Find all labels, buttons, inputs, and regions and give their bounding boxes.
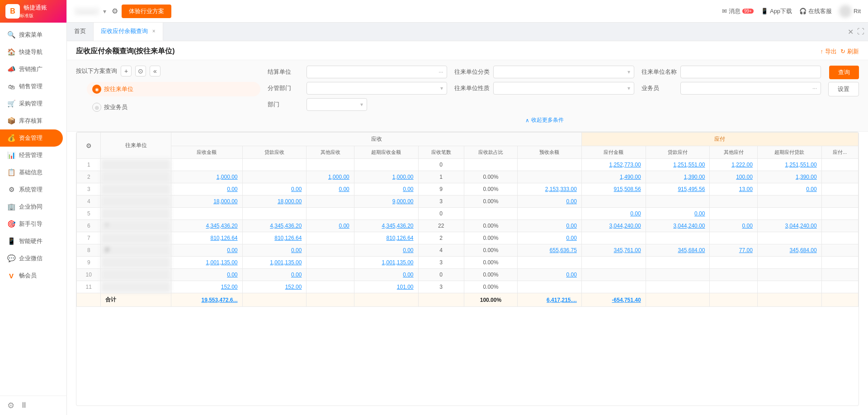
sidebar-collapse-icon[interactable]: ⏸	[20, 401, 28, 410]
footer-ap-total[interactable]: -654,751.40	[581, 293, 646, 307]
sidebar-item-enterprise[interactable]: 🏢 企业协同	[0, 198, 66, 215]
sidebar-item-finance[interactable]: 💰 资金管理	[0, 129, 63, 147]
window-expand-icon[interactable]: ⛶	[857, 28, 864, 36]
sales-icon: 🛍	[7, 82, 15, 91]
table-footer-row: 合计 19,553,472.6... 100.00% 6,417,215....…	[77, 293, 859, 307]
data-table: ⚙ 往来单位 应收 应付 应收金额 贷款应收 其他应收 超期应收金额 应收笔数 …	[76, 132, 859, 307]
sidebar-item-business[interactable]: 📊 经营管理	[0, 147, 66, 164]
main-content: ............ ▾ ⚙ 体验行业方案 ✉ 消息 99+ 📱 App下载…	[67, 0, 868, 415]
query-button[interactable]: 查询	[829, 66, 859, 79]
tab-ar-ap[interactable]: 应收应付余额查询 ×	[94, 23, 163, 41]
sidebar-settings-icon[interactable]: ⚙	[7, 401, 14, 410]
topbar-gear-icon[interactable]: ⚙	[112, 7, 118, 15]
topbar-right: ✉ 消息 99+ 📱 App下载 🎧 在线客服 Rit	[722, 5, 861, 18]
export-button[interactable]: ↑ 导出	[821, 48, 837, 56]
enterprise-icon: 🏢	[7, 203, 15, 211]
filter-collapse-button[interactable]: «	[150, 66, 160, 76]
subnav-by-partner[interactable]: ◉ 按往来单位	[87, 82, 260, 96]
home-icon: 🏠	[7, 48, 15, 56]
username: Rit	[854, 8, 861, 14]
table-row: 8P0.000.000.0040.00%655,636.75345,761.00…	[77, 244, 859, 257]
table-row: 7810,126.64810,126.64810,126.6420.00%0.0…	[77, 232, 859, 244]
sidebar-item-quicknav[interactable]: 🏠 快捷导航	[0, 43, 66, 61]
message-button[interactable]: ✉ 消息 99+	[722, 7, 754, 15]
footer-ar-total[interactable]: 19,553,472.6...	[171, 293, 242, 307]
smarthw-icon: 📱	[7, 237, 15, 245]
col-ar-amount: 应收金额	[171, 146, 242, 159]
sidebar-item-search[interactable]: 🔍 搜索菜单	[0, 26, 66, 43]
search-menu-icon: 🔍	[7, 31, 15, 39]
tab-close-icon[interactable]: ×	[152, 28, 156, 34]
col-ap-amount: 应付金额	[581, 146, 646, 159]
query-scheme-nav: ◉ 按往来单位 ◎ 按业务员	[87, 82, 260, 114]
col-other-ap: 其他应付	[710, 146, 757, 159]
jisuandanwei-input[interactable]: ···	[307, 66, 447, 78]
col-loan-ap: 贷款应付	[646, 146, 710, 159]
col-other-ar: 其他应收	[307, 146, 354, 159]
footer-label: 合计	[101, 293, 171, 307]
footer-ar-ratio: 100.00%	[464, 293, 517, 307]
filter-settings-button[interactable]: ⊙	[135, 66, 146, 76]
sidebar-item-baseinfo[interactable]: 📋 基础信息	[0, 164, 66, 181]
add-filter-button[interactable]: +	[121, 66, 132, 76]
col-settings[interactable]: ⚙	[77, 133, 101, 159]
filter-salesperson: 业务员 ···	[642, 82, 821, 95]
collapse-more-button[interactable]: ∧ 收起更多条件	[268, 114, 821, 126]
topbar-breadcrumb: ............	[74, 7, 99, 15]
sidebar-nav: 🔍 搜索菜单 🏠 快捷导航 📣 营销推广 🛍 销售管理 🛒 采购管理 📦	[0, 23, 66, 396]
filter-section: 按以下方案查询 + ⊙ « ◉ 按往来单位 ◎ 按业务员	[76, 66, 260, 126]
col-ar-ratio: 应收款占比	[464, 146, 517, 159]
filter-row-2: 分管部门 ▾ 往来单位性质 ▾ 业务员	[268, 82, 821, 95]
subnav-by-staff[interactable]: ◎ 按业务员	[87, 100, 260, 114]
sidebar-item-guide[interactable]: 🎯 新手引导	[0, 215, 66, 233]
dept2-select[interactable]: ▾	[307, 98, 367, 111]
col-group-ar: 应收	[171, 133, 582, 146]
sidebar: B 畅捷通账 标准版 🔍 搜索菜单 🏠 快捷导航 📣 营销推广 🛍 销售管理	[0, 0, 67, 415]
sidebar-item-member[interactable]: V 畅会员	[0, 267, 66, 284]
col-overdue-ar: 超期应收金额	[354, 146, 418, 159]
collapse-icon: ∧	[525, 117, 529, 124]
sidebar-item-marketing[interactable]: 📣 营销推广	[0, 61, 66, 78]
table-row: 418,000.0018,000.009,000.0030.00%0.00	[77, 196, 859, 208]
plan-button[interactable]: 体验行业方案	[122, 5, 171, 18]
salesperson-input[interactable]: ···	[680, 82, 821, 95]
partner-nav-icon: ◉	[92, 85, 101, 94]
sidebar-item-sales[interactable]: 🛍 销售管理	[0, 78, 66, 95]
topbar-dropdown-icon[interactable]: ▾	[103, 8, 106, 15]
sidebar-item-purchase[interactable]: 🛒 采购管理	[0, 95, 66, 112]
sidebar-footer: ⚙ ⏸	[0, 396, 66, 415]
page-header: 应收应付余额查询(按往来单位) ↑ 导出 ↻ 刷新	[67, 41, 868, 60]
guide-icon: 🎯	[7, 220, 15, 228]
wanglai-name-input[interactable]	[680, 66, 821, 78]
online-service-button[interactable]: 🎧 在线客服	[799, 7, 832, 15]
system-icon: ⚙	[7, 186, 15, 194]
marketing-icon: 📣	[7, 65, 15, 73]
topbar-left: ............ ▾ ⚙ 体验行业方案	[74, 5, 171, 18]
sidebar-item-wechat[interactable]: 💬 企业微信	[0, 250, 66, 267]
sidebar-item-inventory[interactable]: 📦 库存核算	[0, 112, 66, 129]
col-partner: 往来单位	[101, 133, 171, 159]
user-avatar[interactable]: Rit	[839, 5, 861, 18]
logo-text: 畅捷通账 标准版	[20, 4, 47, 19]
download-icon: 📱	[761, 8, 768, 14]
app-download-button[interactable]: 📱 App下载	[761, 7, 792, 15]
sidebar-logo: B 畅捷通账 标准版	[0, 0, 66, 23]
footer-prepay[interactable]: 6,417,215....	[518, 293, 582, 307]
filter-row-3: 部门 ▾	[268, 98, 821, 111]
table-row: 21,000.001,000.001,000.0010.00%1,490.001…	[77, 171, 859, 183]
refresh-button[interactable]: ↻ 刷新	[840, 48, 859, 56]
topbar: ............ ▾ ⚙ 体验行业方案 ✉ 消息 99+ 📱 App下载…	[67, 0, 868, 23]
wanglai-category-select[interactable]: ▾	[493, 66, 634, 78]
settings-button[interactable]: 设置	[828, 82, 859, 96]
filter-jisuandanwei: 结算单位 ···	[268, 66, 447, 78]
tab-home[interactable]: 首页	[67, 23, 94, 41]
sidebar-item-smarthw[interactable]: 📱 智能硬件	[0, 233, 66, 250]
department-select[interactable]: ▾	[307, 82, 447, 95]
filter-department: 分管部门 ▾	[268, 82, 447, 95]
filter-fields: 结算单位 ··· 往来单位分类 ▾ 往来单位名称	[268, 66, 821, 126]
wanglai-nature-select[interactable]: ▾	[493, 82, 634, 95]
sidebar-item-system[interactable]: ⚙ 系统管理	[0, 181, 66, 198]
baseinfo-icon: 📋	[7, 168, 15, 176]
window-close-icon[interactable]: ✕	[848, 28, 854, 36]
member-icon: V	[7, 272, 15, 280]
